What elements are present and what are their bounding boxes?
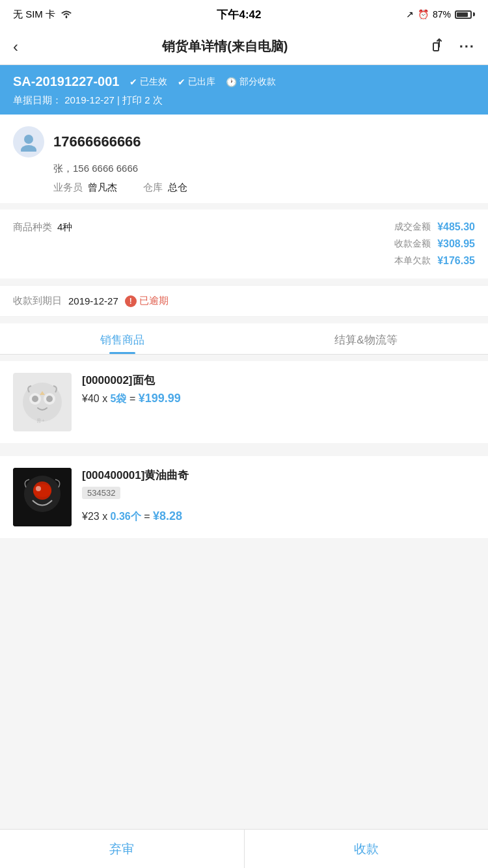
order-id: SA-20191227-001 xyxy=(13,74,119,89)
product-qty-2: 0.36个 xyxy=(111,511,141,522)
badge-partial-label: 部分收款 xyxy=(239,76,276,88)
status-time: 下午4:42 xyxy=(217,7,261,22)
badge-activated-label: 已生效 xyxy=(140,76,167,88)
overdue-badge: ! 已逾期 xyxy=(125,295,169,307)
customer-avatar xyxy=(13,126,44,157)
sales-label: 业务员 xyxy=(53,182,83,194)
more-icon[interactable]: ··· xyxy=(459,38,475,55)
nav-actions: ··· xyxy=(432,38,475,55)
product-thumb-1: 兽+ xyxy=(13,373,72,431)
product-name-2: [000400001]黄油曲奇 xyxy=(82,468,475,483)
svg-point-7 xyxy=(46,396,53,402)
product-type-row: 商品种类 4种 xyxy=(13,221,72,234)
product-price-row-1: ¥40 x 5袋 = ¥199.99 xyxy=(82,392,475,406)
battery-percent: 87% xyxy=(433,9,451,20)
svg-rect-0 xyxy=(433,43,439,51)
product-item-1: 兽+ [0000002]面包 ¥40 x 5袋 = ¥199.99 xyxy=(0,361,488,443)
status-bar: 无 SIM 卡 下午4:42 ↗ ⏰ 87% xyxy=(0,0,488,29)
product-item-2: [000400001]黄油曲奇 534532 ¥23 x 0.36个 = ¥8.… xyxy=(0,456,488,538)
order-header-banner: SA-20191227-001 ✔ 已生效 ✔ 已出库 🕐 部分收款 单据日期：… xyxy=(0,65,488,115)
page-title: 销货单详情(来自电脑) xyxy=(162,38,288,55)
collect-payment-button[interactable]: 收款 xyxy=(245,830,489,868)
product-name-1: [0000002]面包 xyxy=(82,373,475,388)
tab-products-label: 销售商品 xyxy=(100,334,144,346)
amount-value-3: ¥176.35 xyxy=(437,255,475,267)
product-info-2: [000400001]黄油曲奇 534532 ¥23 x 0.36个 = ¥8.… xyxy=(82,468,475,524)
sales-value: 曾凡杰 xyxy=(88,182,117,194)
svg-point-1 xyxy=(24,135,33,144)
customer-name: 张，156 6666 6666 xyxy=(13,163,475,175)
summary-left: 商品种类 4种 xyxy=(13,221,72,237)
product-type-value: 4种 xyxy=(57,221,72,234)
amount-row-1: 成交金额 ¥485.30 xyxy=(394,221,475,233)
status-left: 无 SIM 卡 xyxy=(13,8,72,21)
customer-id: 17666666666 xyxy=(53,133,141,150)
banner-row-2: 单据日期： 2019-12-27 | 打印 2 次 xyxy=(13,94,475,107)
warehouse-value: 总仓 xyxy=(168,182,187,194)
customer-card: 17666666666 张，156 6666 6666 业务员 曾凡杰 仓库 总… xyxy=(0,115,488,203)
svg-point-14 xyxy=(36,486,41,491)
badge-shipped: ✔ 已出库 xyxy=(178,76,215,88)
summary-right: 成交金额 ¥485.30 收款金额 ¥308.95 本单欠款 ¥176.35 xyxy=(394,221,475,267)
amount-row-2: 收款金额 ¥308.95 xyxy=(394,238,475,250)
bottom-bar: 弃审 收款 xyxy=(0,829,488,868)
abandon-review-label: 弃审 xyxy=(109,841,134,858)
product-total-2: ¥8.28 xyxy=(153,509,182,522)
overdue-label: 已逾期 xyxy=(139,295,169,307)
badge-shipped-label: 已出库 xyxy=(188,76,215,88)
clock-icon: 🕐 xyxy=(226,77,237,87)
amount-label-1: 成交金额 xyxy=(394,221,431,233)
print-info: | 打印 2 次 xyxy=(117,94,163,105)
due-date-card: 收款到期日 2019-12-27 ! 已逾期 xyxy=(0,285,488,317)
product-price-row-2: ¥23 x 0.36个 = ¥8.28 xyxy=(82,509,475,524)
product-eq-1: = xyxy=(127,393,139,404)
check-icon-2: ✔ xyxy=(178,77,185,87)
order-date: 2019-12-27 xyxy=(64,94,115,105)
wifi-icon xyxy=(61,9,72,20)
back-button[interactable]: ‹ xyxy=(13,38,18,56)
product-thumb-2 xyxy=(13,468,72,526)
badge-partial-payment: 🕐 部分收款 xyxy=(226,76,276,88)
amount-value-2: ¥308.95 xyxy=(437,238,475,250)
sim-label: 无 SIM 卡 xyxy=(13,8,55,21)
product-code-2: [000400001] xyxy=(82,469,144,481)
nav-bar: ‹ 销货单详情(来自电脑) ··· xyxy=(0,29,488,65)
check-icon-1: ✔ xyxy=(129,77,137,87)
warehouse-meta: 仓库 总仓 xyxy=(143,182,187,194)
product-qty-1: 5袋 xyxy=(111,393,127,404)
product-unit-price-2: ¥23 x xyxy=(82,511,111,522)
tab-settlement-label: 结算&物流等 xyxy=(334,334,397,346)
svg-point-2 xyxy=(21,145,36,152)
product-code-1: [0000002] xyxy=(82,374,133,387)
banner-row-1: SA-20191227-001 ✔ 已生效 ✔ 已出库 🕐 部分收款 xyxy=(13,74,475,89)
tab-products[interactable]: 销售商品 xyxy=(0,323,244,354)
svg-text:兽+: 兽+ xyxy=(36,418,45,424)
product-unit-price-1: ¥40 x xyxy=(82,393,111,404)
product-title-1: 面包 xyxy=(133,374,155,387)
warehouse-label: 仓库 xyxy=(143,182,163,194)
alarm-icon: ⏰ xyxy=(418,9,429,20)
tab-settlement[interactable]: 结算&物流等 xyxy=(244,323,488,354)
product-sku-2: 534532 xyxy=(82,487,120,499)
customer-meta: 业务员 曾凡杰 仓库 总仓 xyxy=(13,182,475,194)
product-eq-2: = xyxy=(141,511,153,522)
svg-point-6 xyxy=(32,396,38,402)
product-info-1: [0000002]面包 ¥40 x 5袋 = ¥199.99 xyxy=(82,373,475,406)
share-icon[interactable] xyxy=(432,38,446,55)
amount-label-3: 本单欠款 xyxy=(394,255,431,267)
abandon-review-button[interactable]: 弃审 xyxy=(0,830,245,868)
customer-top: 17666666666 xyxy=(13,126,475,157)
due-date-value: 2019-12-27 xyxy=(68,295,118,306)
badge-activated: ✔ 已生效 xyxy=(129,76,167,88)
battery-icon xyxy=(455,10,475,19)
amount-value-1: ¥485.30 xyxy=(437,221,475,233)
product-title-2: 黄油曲奇 xyxy=(144,469,189,481)
location-icon: ↗ xyxy=(406,9,414,20)
sales-meta: 业务员 曾凡杰 xyxy=(53,182,117,194)
product-list: 兽+ [0000002]面包 ¥40 x 5袋 = ¥199.99 xyxy=(0,355,488,590)
amount-label-2: 收款金额 xyxy=(394,238,431,250)
summary-card: 商品种类 4种 成交金额 ¥485.30 收款金额 ¥308.95 本单欠款 ¥… xyxy=(0,210,488,278)
due-date-label: 收款到期日 xyxy=(13,295,62,307)
status-right: ↗ ⏰ 87% xyxy=(406,9,475,20)
product-type-label: 商品种类 xyxy=(13,221,52,234)
